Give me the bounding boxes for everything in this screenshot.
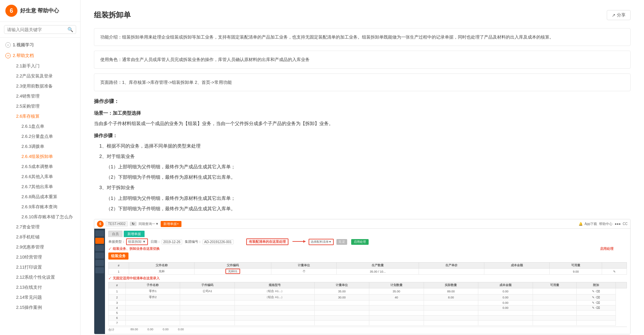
steps-title: 操作步骤：: [94, 97, 631, 106]
ss-total-label: 合计: [108, 328, 114, 332]
ss-sidebar-icon-5: [95, 267, 104, 273]
ss-annotation-4: ↙ 无固定适用中组清单在这里录入: [108, 276, 627, 281]
sidebar: 6 好生意 帮助中心 🔍 + 1.视频学习 − 2.帮助文档 2.1新手入门 2…: [0, 0, 80, 335]
screenshot-container: 6 TEST-H002 ↻ 同期查询一▼ 新增单据+ 🔔 App下载 帮助中心 …: [94, 219, 631, 334]
sidebar-item-2-6[interactable]: 2.6库存核算: [13, 111, 80, 121]
page-title: 组装拆卸单: [94, 10, 131, 20]
ss-field-type: 单据类型： 组装拆卸 ▼: [108, 238, 148, 245]
sidebar-item-2-7[interactable]: 2.7资金管理: [13, 222, 80, 232]
search-input[interactable]: [7, 27, 67, 32]
expand-icon-1: +: [5, 42, 11, 48]
ss-parent-row-1: 1 光杯 光杯01 个 35.00 / 10... 9.00 ✎: [109, 269, 627, 275]
ss-parent-code-box: 光杯01: [225, 269, 240, 274]
ss-sidebar-icon-2: [95, 245, 104, 251]
share-icon: ↗: [612, 13, 615, 18]
ss-child-row-6: 6: [109, 316, 627, 321]
ss-child-row-4: 40.00✎ ⌫: [109, 305, 627, 311]
page-header: 组装拆卸单 ↗ 分享: [94, 10, 631, 20]
ss-tabs: 自员 新增单据: [108, 231, 627, 237]
sidebar-item-2-3[interactable]: 2.3使用前数据准备: [13, 81, 80, 91]
share-button[interactable]: ↗ 分享: [607, 10, 631, 20]
sidebar-item-2-6-4[interactable]: 2.6.4组装拆卸单: [19, 152, 80, 162]
sidebar-item-2-1[interactable]: 2.1新手入门: [13, 61, 80, 71]
ss-sync-label: 同期查询一▼: [139, 222, 159, 226]
ss-id: TEST-H002: [106, 221, 128, 226]
ss-field-date: 日期： 2019-12-26: [151, 239, 182, 244]
sidebar-item-2-4[interactable]: 2.4销售管理: [13, 91, 80, 101]
step3-sub2: （2）下部明细为子件明细，最终作为产成品生成其它入库单。: [106, 205, 631, 213]
sidebar-item-2-13[interactable]: 2.13在线支付: [13, 282, 80, 292]
ss-tab-new[interactable]: 新增单据: [124, 231, 145, 237]
ss-parent-cell-unit: 个: [271, 269, 337, 275]
ss-parent-cell-avail: 9.00: [550, 269, 602, 275]
sidebar-item-2-2[interactable]: 2.2产品安装及登录: [13, 71, 80, 81]
ss-more-link: ●●●: [614, 222, 621, 226]
ss-parent-cell-cost: [484, 269, 550, 275]
ss-col-action: [602, 263, 627, 269]
ss-annotation-1: 有装配清单的在这里处理: [246, 238, 288, 245]
ss-child-col-unit: 计量单位: [315, 282, 369, 288]
svg-marker-1: [303, 240, 306, 243]
ss-bottom-row: 合计 89.00 0.00 0.00 0.00: [108, 327, 627, 332]
sidebar-item-2-6-5[interactable]: 2.6.5成本调整单: [19, 162, 80, 172]
sidebar-item-2-10[interactable]: 2.10经营管理: [13, 252, 80, 262]
sidebar-item-2-15[interactable]: 2.15操作案例: [13, 302, 80, 313]
sidebar-item-2-6-3[interactable]: 2.6.3调拨单: [19, 142, 80, 152]
nav-item-1[interactable]: + 1.视频学习: [0, 40, 80, 50]
logo-icon: 6: [5, 5, 17, 17]
sidebar-item-2-8[interactable]: 2.8手机旺铺: [13, 232, 80, 242]
ss-no-label: 集团编号：: [185, 239, 202, 244]
sidebar-item-2-14[interactable]: 2.14常见问题: [13, 292, 80, 302]
sidebar-item-2-6-10[interactable]: 2.6.10库存账本错了怎么办: [19, 212, 80, 222]
ss-col-prod-qty: 生产数量: [337, 263, 419, 269]
function-intro-text: 功能介绍：组装拆卸单用来处理企业组装或拆卸等加工业务，支持有固定装配清单的产品加…: [100, 35, 554, 40]
step1: 1、根据不同的业务，选择不同单据的类型来处理: [99, 142, 631, 150]
sidebar-item-2-11[interactable]: 2.11打印设置: [13, 262, 80, 272]
nav-group-docs: − 2.帮助文档 2.1新手入门 2.2产品安装及登录 2.3使用前数据准备 2…: [0, 50, 80, 313]
sidebar-item-2-6-6[interactable]: 2.6.6其他入库单: [19, 172, 80, 182]
ss-body: 自员 新增单据 单据类型： 组装拆卸 ▼ 日期： 2019-12-26: [94, 229, 630, 334]
ss-no-input[interactable]: AD-20191226-001: [203, 239, 233, 244]
sidebar-item-2-6-1[interactable]: 2.6.1盘点单: [19, 121, 80, 131]
ss-tab-home[interactable]: 自员: [108, 231, 122, 237]
function-intro-block: 功能介绍：组装拆卸单用来处理企业组装或拆卸等加工业务，支持有固定装配清单的产品加…: [94, 28, 631, 46]
ss-help-link: 帮助中心: [599, 222, 612, 226]
sidebar-item-2-6-9[interactable]: 2.6.9库存账本查询: [19, 202, 80, 212]
search-icon[interactable]: 🔍: [67, 27, 73, 32]
ss-annotation-3: 启用处理: [600, 246, 613, 251]
ss-date-input[interactable]: 2019-12-26: [162, 239, 182, 244]
sidebar-item-2-6-2[interactable]: 2.6.2分量盘点单: [19, 131, 80, 142]
ss-logo: 6: [97, 221, 104, 227]
nav-label-1: 1.视频学习: [13, 42, 34, 48]
ss-annotation-2: ↙ 组装业务、拆卸业务在这里切换: [108, 246, 160, 251]
ss-child-row-3: 30.00✎ ⌫: [109, 300, 627, 305]
page-path-text: 页面路径：1、库存核算->库存管理->组装拆卸单 2、首页->常用功能: [100, 80, 232, 85]
ss-config-select[interactable]: 选择配料清单▼: [309, 239, 334, 245]
steps-section: 操作步骤： 场景一：加工类型选择 当由多个子件材料组装成一个成品的业务为【组装】…: [94, 97, 631, 213]
sidebar-item-2-5[interactable]: 2.5采购管理: [13, 101, 80, 111]
search-wrap[interactable]: 🔍: [4, 25, 76, 34]
ss-confirm-btn[interactable]: 完 定: [336, 239, 347, 245]
search-box: 🔍: [0, 22, 80, 38]
ss-type-select[interactable]: 组装拆卸 ▼: [126, 238, 148, 245]
sidebar-item-2-12[interactable]: 2.12系统个性化设置: [13, 272, 80, 282]
ss-sidebar-icon-active: [95, 238, 104, 244]
ss-child-col-avail: 可用量: [533, 282, 576, 288]
ss-total-1: 89.00: [130, 328, 138, 332]
ss-topbar: 6 TEST-H002 ↻ 同期查询一▼ 新增单据+ 🔔 App下载 帮助中心 …: [94, 219, 630, 229]
ss-col-avail: 可用量: [550, 263, 602, 269]
app-title: 好生意 帮助中心: [20, 7, 59, 14]
step2-sub2: （2）下部明细为子件明细，最终作为原材料生成其它出库单。: [106, 173, 631, 181]
sidebar-item-2-6-7[interactable]: 2.6.7其他出库单: [19, 182, 80, 192]
ss-date-label: 日期：: [151, 239, 161, 244]
nav-item-2[interactable]: − 2.帮助文档: [0, 50, 80, 61]
ss-refresh[interactable]: ↻: [130, 222, 137, 226]
ss-enable-btn[interactable]: 启用处理: [351, 239, 369, 245]
sidebar-item-2-9[interactable]: 2.9优惠券管理: [13, 242, 80, 252]
ss-child-col-actual-qty: 实际数量: [424, 282, 478, 288]
ss-new-btn[interactable]: 新增单据+: [161, 221, 181, 227]
sub-steps-title: 操作步骤：: [94, 131, 631, 140]
sidebar-item-2-6-8[interactable]: 2.6.8商品成本重算: [19, 192, 80, 202]
ss-child-col-code: 子件编码: [180, 282, 235, 288]
ss-col-parent-name: 父件名称: [129, 263, 194, 269]
